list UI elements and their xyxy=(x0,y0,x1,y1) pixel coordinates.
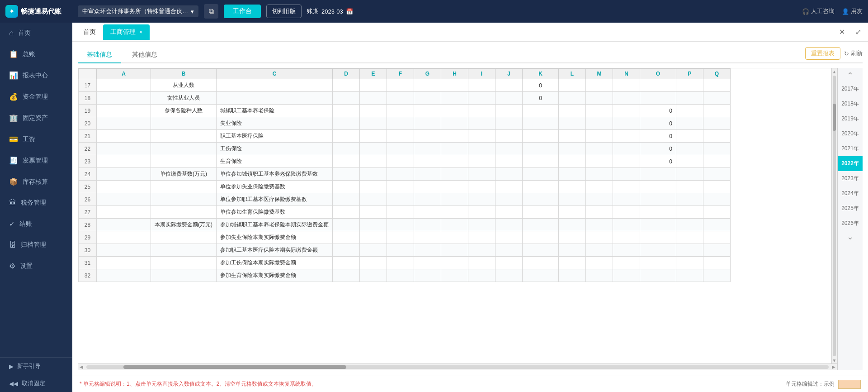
cell-n[interactable] xyxy=(613,143,640,155)
user-avatar[interactable]: 👤 用友 xyxy=(842,7,863,15)
cell-f[interactable] xyxy=(387,143,414,155)
cell-b[interactable]: 本期实际缴费金额(万元) xyxy=(151,219,217,231)
cell-h[interactable] xyxy=(441,143,468,155)
cell-row-num[interactable]: 31 xyxy=(79,257,97,269)
cell-o[interactable] xyxy=(640,231,676,244)
cell-q[interactable] xyxy=(703,105,731,117)
cell-j[interactable] xyxy=(495,105,523,117)
cell-q[interactable] xyxy=(703,92,731,105)
cell-k[interactable] xyxy=(523,193,559,206)
cell-p[interactable] xyxy=(676,206,703,219)
cell-l[interactable] xyxy=(559,155,586,168)
sidebar-item-ledger[interactable]: 📋 总账 xyxy=(0,43,72,65)
cell-h[interactable] xyxy=(441,105,468,117)
cell-a[interactable] xyxy=(97,155,151,168)
cell-row-num[interactable]: 19 xyxy=(79,105,97,117)
year-item-2021[interactable]: 2021年 xyxy=(838,141,863,156)
cell-row-num[interactable]: 21 xyxy=(79,130,97,143)
year-item-2024[interactable]: 2024年 xyxy=(838,186,863,201)
cell-f[interactable] xyxy=(387,244,414,257)
cell-g[interactable] xyxy=(414,206,441,219)
cell-q[interactable] xyxy=(703,130,731,143)
cell-n[interactable] xyxy=(613,155,640,168)
cell-p[interactable] xyxy=(676,155,703,168)
cell-o[interactable]: 0 xyxy=(640,117,676,130)
cell-b[interactable] xyxy=(151,193,217,206)
cell-q[interactable] xyxy=(703,257,731,269)
year-item-2020[interactable]: 2020年 xyxy=(838,126,863,141)
cell-c[interactable]: 单位参加城镇职工基本养老保险缴费基数 xyxy=(217,168,333,181)
cell-l[interactable] xyxy=(559,168,586,181)
cell-o[interactable] xyxy=(640,206,676,219)
cell-b[interactable] xyxy=(151,231,217,244)
cell-g[interactable] xyxy=(414,143,441,155)
cell-q[interactable] xyxy=(703,193,731,206)
cell-c[interactable]: 参加职工基本医疗保险本期实际缴费金额 xyxy=(217,244,333,257)
cell-e[interactable] xyxy=(360,231,387,244)
cell-i[interactable] xyxy=(468,143,495,155)
year-item-2022[interactable]: 2022年 xyxy=(838,156,863,171)
cell-q[interactable] xyxy=(703,219,731,231)
cell-b[interactable]: 参保各险种人数 xyxy=(151,105,217,117)
cell-d[interactable] xyxy=(333,193,360,206)
cell-o[interactable] xyxy=(640,269,676,282)
cell-e[interactable] xyxy=(360,193,387,206)
sidebar-item-archive[interactable]: 🗄 归档管理 xyxy=(0,234,72,255)
cell-e[interactable] xyxy=(360,117,387,130)
cell-n[interactable] xyxy=(613,219,640,231)
cell-g[interactable] xyxy=(414,257,441,269)
cell-h[interactable] xyxy=(441,92,468,105)
cell-p[interactable] xyxy=(676,105,703,117)
cell-l[interactable] xyxy=(559,105,586,117)
cell-row-num[interactable]: 25 xyxy=(79,181,97,193)
cell-g[interactable] xyxy=(414,92,441,105)
cell-c[interactable]: 生育保险 xyxy=(217,155,333,168)
cell-g[interactable] xyxy=(414,79,441,92)
cell-e[interactable] xyxy=(360,168,387,181)
cell-j[interactable] xyxy=(495,257,523,269)
sidebar-item-inventory[interactable]: 📦 库存核算 xyxy=(0,171,72,192)
cell-d[interactable] xyxy=(333,244,360,257)
cell-n[interactable] xyxy=(613,168,640,181)
cell-o[interactable] xyxy=(640,219,676,231)
cell-q[interactable] xyxy=(703,79,731,92)
sidebar-item-invoice[interactable]: 🧾 发票管理 xyxy=(0,150,72,171)
cell-p[interactable] xyxy=(676,231,703,244)
cell-m[interactable] xyxy=(586,105,613,117)
cell-i[interactable] xyxy=(468,219,495,231)
cell-k[interactable]: 0 xyxy=(523,79,559,92)
cell-m[interactable] xyxy=(586,143,613,155)
cell-f[interactable] xyxy=(387,105,414,117)
cell-f[interactable] xyxy=(387,181,414,193)
cell-a[interactable] xyxy=(97,269,151,282)
cell-h[interactable] xyxy=(441,168,468,181)
cell-b[interactable] xyxy=(151,181,217,193)
cell-l[interactable] xyxy=(559,130,586,143)
cell-h[interactable] xyxy=(441,231,468,244)
cell-c[interactable]: 工伤保险 xyxy=(217,143,333,155)
cell-i[interactable] xyxy=(468,155,495,168)
cell-c[interactable] xyxy=(217,79,333,92)
cell-a[interactable] xyxy=(97,181,151,193)
cell-e[interactable] xyxy=(360,269,387,282)
cell-k[interactable] xyxy=(523,168,559,181)
cell-b[interactable] xyxy=(151,244,217,257)
cell-p[interactable] xyxy=(676,130,703,143)
cell-f[interactable] xyxy=(387,219,414,231)
cell-b[interactable] xyxy=(151,257,217,269)
scroll-up-arrow[interactable]: ▲ xyxy=(832,68,837,75)
cell-i[interactable] xyxy=(468,181,495,193)
sidebar-item-unpin[interactable]: ◀◀ 取消固定 xyxy=(0,375,72,392)
cell-m[interactable] xyxy=(586,117,613,130)
cell-j[interactable] xyxy=(495,92,523,105)
cell-a[interactable] xyxy=(97,219,151,231)
cell-f[interactable] xyxy=(387,79,414,92)
cell-m[interactable] xyxy=(586,130,613,143)
cell-j[interactable] xyxy=(495,244,523,257)
cell-m[interactable] xyxy=(586,257,613,269)
cell-b[interactable] xyxy=(151,143,217,155)
cell-d[interactable] xyxy=(333,206,360,219)
cell-a[interactable] xyxy=(97,92,151,105)
cell-g[interactable] xyxy=(414,269,441,282)
cell-k[interactable] xyxy=(523,117,559,130)
